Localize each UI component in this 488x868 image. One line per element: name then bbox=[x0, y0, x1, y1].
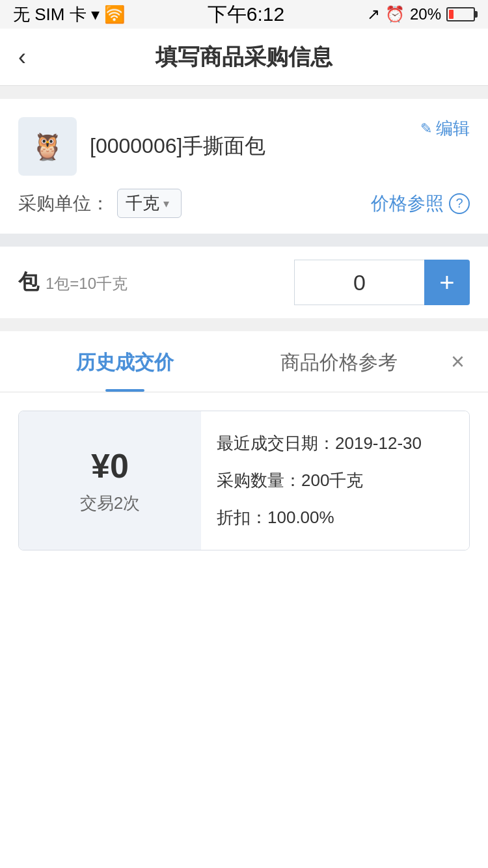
status-time: 下午6:12 bbox=[208, 1, 284, 28]
discount-value: 100.00% bbox=[267, 508, 334, 527]
unit-value: 千克 bbox=[126, 192, 159, 215]
nav-header: ‹ 填写商品采购信息 bbox=[0, 29, 488, 86]
product-info-left: 🦉 [0000006]手撕面包 bbox=[18, 117, 265, 176]
product-bottom-row: 采购单位： 千克 ▾ 价格参照 ? bbox=[18, 189, 470, 218]
quantity-unit: 包 bbox=[18, 268, 39, 297]
status-right: ↗ ⏰ 20% bbox=[367, 5, 475, 23]
status-bar: 无 SIM 卡 ▾ 🛜 下午6:12 ↗ ⏰ 20% bbox=[0, 0, 488, 29]
bottom-space bbox=[0, 569, 488, 868]
unit-dropdown[interactable]: 千克 ▾ bbox=[117, 189, 182, 218]
page-title: 填写商品采购信息 bbox=[156, 42, 332, 72]
battery-percent: 20% bbox=[410, 5, 441, 23]
purchase-unit-label: 采购单位： bbox=[18, 191, 109, 216]
recent-date-label: 最近成交日期： bbox=[217, 433, 335, 453]
discount-row: 折扣：100.00% bbox=[217, 505, 454, 530]
status-left: 无 SIM 卡 ▾ 🛜 bbox=[13, 3, 125, 26]
edit-button[interactable]: ✎ 编辑 bbox=[420, 117, 470, 140]
edit-label: 编辑 bbox=[436, 117, 470, 140]
price-amount: ¥0 bbox=[91, 446, 129, 485]
tab-product-price-ref[interactable]: 商品价格参考 bbox=[232, 331, 445, 392]
price-ref-label: 价格参照 bbox=[371, 191, 444, 216]
help-icon: ? bbox=[449, 193, 470, 214]
quantity-label-group: 包 1包=10千克 bbox=[18, 268, 281, 297]
tabs-container: 历史成交价 商品价格参考 × ¥0 交易2次 最近成交日期：2019-12-30… bbox=[0, 331, 488, 569]
tab-close-button[interactable]: × bbox=[446, 350, 470, 373]
battery-icon bbox=[446, 7, 475, 21]
discount-label: 折扣： bbox=[217, 508, 267, 527]
price-transactions: 交易2次 bbox=[80, 492, 140, 515]
quantity-conversion: 1包=10千克 bbox=[46, 273, 128, 294]
sim-wifi-label: 无 SIM 卡 ▾ 🛜 bbox=[13, 3, 125, 26]
price-card-area: ¥0 交易2次 最近成交日期：2019-12-30 采购数量：200千克 折扣：… bbox=[0, 392, 488, 569]
price-card-left: ¥0 交易2次 bbox=[19, 411, 201, 550]
price-reference-button[interactable]: 价格参照 ? bbox=[371, 191, 470, 216]
price-card: ¥0 交易2次 最近成交日期：2019-12-30 采购数量：200千克 折扣：… bbox=[18, 411, 470, 550]
purchase-qty-row: 采购数量：200千克 bbox=[217, 468, 454, 493]
tabs-header: 历史成交价 商品价格参考 × bbox=[0, 331, 488, 392]
quantity-plus-button[interactable]: + bbox=[424, 260, 470, 305]
product-name: [0000006]手撕面包 bbox=[90, 132, 265, 161]
quantity-row: 包 1包=10千克 + bbox=[0, 247, 488, 318]
purchase-unit-row: 采购单位： 千克 ▾ bbox=[18, 189, 182, 218]
alarm-icon: ⏰ bbox=[385, 5, 405, 23]
product-top-row: 🦉 [0000006]手撕面包 ✎ 编辑 bbox=[18, 117, 470, 176]
product-card: 🦉 [0000006]手撕面包 ✎ 编辑 采购单位： 千克 ▾ 价格参照 ? bbox=[0, 99, 488, 234]
location-icon: ↗ bbox=[367, 5, 380, 23]
purchase-qty-label: 采购数量： bbox=[217, 470, 301, 490]
price-yen-symbol: ¥ bbox=[91, 447, 110, 485]
price-value: 0 bbox=[110, 447, 129, 485]
product-owl-icon: 🦉 bbox=[31, 131, 64, 162]
tab-history-price[interactable]: 历史成交价 bbox=[18, 331, 232, 392]
price-card-right: 最近成交日期：2019-12-30 采购数量：200千克 折扣：100.00% bbox=[201, 411, 469, 550]
chevron-down-icon: ▾ bbox=[163, 197, 169, 211]
back-button[interactable]: ‹ bbox=[18, 44, 26, 71]
product-thumbnail: 🦉 bbox=[18, 117, 77, 176]
quantity-input[interactable] bbox=[294, 260, 424, 305]
section-divider bbox=[0, 234, 488, 247]
recent-date-value: 2019-12-30 bbox=[335, 433, 422, 453]
recent-date-row: 最近成交日期：2019-12-30 bbox=[217, 431, 454, 456]
quantity-input-group: + bbox=[294, 260, 470, 305]
purchase-qty-value: 200千克 bbox=[301, 470, 363, 490]
edit-icon: ✎ bbox=[420, 120, 432, 137]
